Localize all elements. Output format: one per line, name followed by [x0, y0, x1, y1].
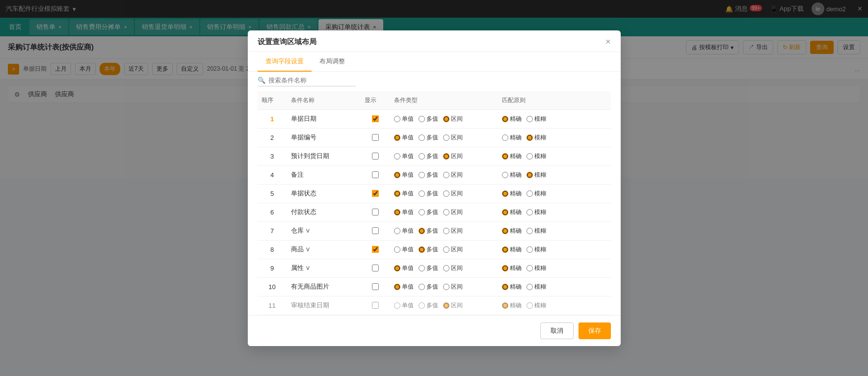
row1-order: 1	[258, 113, 287, 125]
dialog-title: 设置查询区域布局	[258, 37, 316, 47]
row2-display-checkbox[interactable]	[372, 134, 379, 141]
row1-name: 单据日期	[287, 112, 361, 125]
row2-match-fuzzy[interactable]: 模糊	[526, 134, 546, 142]
row2-order: 2	[258, 132, 287, 143]
row3-display	[361, 151, 390, 161]
row1-type-single[interactable]: 单值	[394, 115, 414, 123]
row3-match-group: 精确 模糊	[502, 152, 546, 161]
row2-display	[361, 132, 390, 143]
th-name: 条件名称	[287, 94, 361, 107]
row4-match: 精确 模糊	[498, 169, 606, 178]
row3-match-fuzzy[interactable]: 模糊	[526, 152, 546, 161]
row1-match-exact[interactable]: 精确	[502, 115, 522, 123]
dialog-header: 设置查询区域布局 ×	[248, 30, 621, 52]
row1-type-multi[interactable]: 多值	[419, 115, 438, 123]
table-row: 1 单据日期 单值 多值 区间 精确 模糊	[258, 110, 611, 129]
row1-type-group: 单值 多值 区间	[394, 115, 463, 123]
row3-type-range[interactable]: 区间	[443, 152, 463, 161]
row2-type-single[interactable]: 单值	[394, 134, 414, 142]
row3-type-single[interactable]: 单值	[394, 152, 414, 161]
dialog-close-button[interactable]: ×	[605, 37, 611, 46]
tab-query-fields-label: 查询字段设置	[265, 57, 304, 65]
search-box: 🔍	[248, 72, 621, 91]
table-row: 3 预计到货日期 单值 多值 区间 精确 模糊	[258, 147, 611, 166]
row1-type: 单值 多值 区间	[390, 113, 498, 125]
row1-match-group: 精确 模糊	[502, 115, 546, 123]
modal-overlay: 设置查询区域布局 × 查询字段设置 布局调整 🔍 顺序 条件名称	[0, 0, 868, 178]
search-input[interactable]	[268, 77, 347, 84]
tab-layout-label: 布局调整	[319, 57, 345, 65]
row1-type-range[interactable]: 区间	[443, 115, 463, 123]
row4-match-exact[interactable]: 精确	[502, 171, 522, 178]
row1-match-fuzzy[interactable]: 模糊	[526, 115, 546, 123]
search-input-wrap: 🔍	[258, 77, 356, 86]
row3-display-checkbox[interactable]	[372, 153, 379, 160]
tab-layout[interactable]: 布局调整	[312, 52, 353, 72]
row3-order: 3	[258, 151, 287, 162]
row4-match-group: 精确 模糊	[502, 171, 546, 178]
row4-type: 单值 多值 区间	[390, 169, 498, 178]
table-head: 顺序 条件名称 显示 条件类型 匹配原则	[258, 91, 611, 110]
row2-match: 精确 模糊	[498, 132, 606, 144]
row4-type-multi[interactable]: 多值	[419, 171, 438, 178]
row4-match-fuzzy[interactable]: 模糊	[526, 171, 546, 178]
dialog-tabs: 查询字段设置 布局调整	[248, 52, 621, 72]
th-match: 匹配原则	[498, 94, 606, 107]
row4-type-range[interactable]: 区间	[443, 171, 463, 178]
row4-display	[361, 169, 390, 178]
row1-display-checkbox[interactable]	[372, 115, 379, 122]
row2-type-group: 单值 多值 区间	[394, 134, 463, 142]
settings-dialog: 设置查询区域布局 × 查询字段设置 布局调整 🔍 顺序 条件名称	[248, 30, 621, 178]
row4-type-single[interactable]: 单值	[394, 171, 414, 178]
row3-type-multi[interactable]: 多值	[419, 152, 438, 161]
row1-display	[361, 113, 390, 124]
table-row: 2 单据编号 单值 多值 区间 精确 模糊	[258, 129, 611, 147]
row3-match: 精确 模糊	[498, 150, 606, 162]
row3-type-group: 单值 多值 区间	[394, 152, 463, 161]
row2-type-multi[interactable]: 多值	[419, 134, 438, 142]
row3-name: 预计到货日期	[287, 150, 361, 162]
tab-query-fields[interactable]: 查询字段设置	[258, 52, 312, 72]
row2-match-group: 精确 模糊	[502, 134, 546, 142]
row4-type-group: 单值 多值 区间	[394, 171, 463, 178]
row3-match-exact[interactable]: 精确	[502, 152, 522, 161]
th-display: 显示	[361, 94, 390, 107]
row4-order: 4	[258, 169, 287, 178]
row2-name: 单据编号	[287, 131, 361, 144]
th-type: 条件类型	[390, 94, 498, 107]
th-order: 顺序	[258, 94, 287, 107]
row4-name: 备注	[287, 168, 361, 178]
row2-match-exact[interactable]: 精确	[502, 134, 522, 142]
search-icon: 🔍	[258, 77, 265, 84]
row2-type: 单值 多值 区间	[390, 132, 498, 144]
table-row: 4 备注 单值 多值 区间 精确 模糊	[258, 166, 611, 178]
row2-type-range[interactable]: 区间	[443, 134, 463, 142]
row3-type: 单值 多值 区间	[390, 150, 498, 162]
settings-table: 顺序 条件名称 显示 条件类型 匹配原则 1 单据日期 单值 多值 区间	[248, 91, 621, 178]
row4-display-checkbox[interactable]	[372, 171, 379, 178]
row1-match: 精确 模糊	[498, 113, 606, 125]
